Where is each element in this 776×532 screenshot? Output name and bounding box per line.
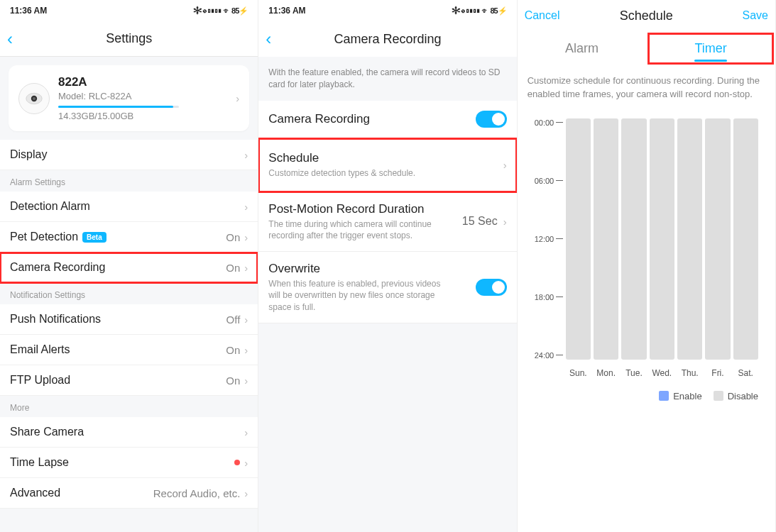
row-value: Off › [226,314,248,326]
camera-recording-toggle-row: Camera Recording [258,101,516,138]
row-label: Advanced [10,487,60,499]
status-time: 11:36 AM [10,6,47,16]
disable-swatch-icon [714,391,723,401]
enable-swatch-icon [659,391,669,401]
day-column-tue[interactable] [621,118,646,360]
storage-text: 14.33GB/15.00GB [58,111,227,121]
time-label: 06:00 [535,177,563,185]
setting-sub: Customize detection types & schedule. [268,167,415,179]
setting-sub: The time during which camera will contin… [268,218,446,241]
row-value: Record Audio, etc. › [153,487,248,499]
row-label: Push Notifications [10,313,101,326]
detection-alarm-row[interactable]: Detection Alarm › [0,192,258,222]
chevron-right-icon: › [244,201,248,213]
chevron-right-icon: › [244,487,248,499]
share-camera-row[interactable]: Share Camera › [0,417,258,448]
time-label: 00:00 [535,118,563,127]
tab-alarm[interactable]: Alarm [518,31,647,66]
post-motion-row[interactable]: Post-Motion Record Duration The time dur… [258,192,516,252]
chevron-right-icon: › [244,344,248,356]
page-title: Schedule [620,9,673,23]
email-alerts-row[interactable]: Email Alerts On › [0,335,258,365]
title-bar: ‹ Camera Recording [258,21,516,57]
push-notifications-row[interactable]: Push Notifications Off › [0,304,258,335]
time-label: 12:00 [535,235,563,243]
overwrite-row: Overwrite When this feature is enabled, … [258,252,516,323]
day-axis: Sun. Mon. Tue. Wed. Thu. Fri. Sat. [566,368,758,378]
setting-title: Camera Recording [268,112,370,126]
section-notification-settings: Notification Settings [0,283,258,304]
legend-enable: Enable [659,391,701,401]
schedule-description: Customize schedule for continuous record… [518,66,775,110]
chevron-right-icon: › [503,159,507,171]
time-label: 18:00 [535,293,563,301]
row-label: Camera Recording [10,261,105,274]
legend-disable: Disable [714,391,758,401]
ftp-upload-row[interactable]: FTP Upload On › [0,365,258,396]
schedule-screen: Cancel Schedule Save Alarm Timer Customi… [518,0,776,532]
camera-icon [18,83,50,114]
schedule-grid[interactable] [566,118,758,360]
day-label: Fri. [705,368,730,378]
setting-title: Overwrite [268,262,446,276]
pet-detection-row[interactable]: Pet Detection Beta On › [0,222,258,253]
row-value: On › [226,375,248,387]
chevron-right-icon: › [244,426,248,438]
day-column-wed[interactable] [650,118,674,360]
intro-text: With the feature enabled, the camera wil… [258,57,516,101]
row-label: Display [10,148,47,161]
row-value: On › [226,344,248,356]
schedule-row[interactable]: Schedule Customize detection types & sch… [258,138,516,192]
chevron-right-icon: › [503,216,507,228]
day-label: Wed. [650,368,674,378]
row-value: On › [226,262,248,274]
time-label: 24:00 [535,351,563,360]
day-label: Sun. [566,368,591,378]
tab-timer[interactable]: Timer [646,31,775,66]
title-bar: Cancel Schedule Save [518,0,775,31]
row-value: › [234,457,248,469]
status-time: 11:36 AM [268,6,305,16]
day-label: Thu. [677,368,702,378]
advanced-row[interactable]: Advanced Record Audio, etc. › [0,478,258,509]
display-row[interactable]: Display › [0,140,258,170]
day-column-sun[interactable] [566,118,591,360]
camera-recording-toggle[interactable] [476,111,507,128]
camera-recording-screen: 11:36 AM ✻ ⊘ ▯▮▯▮ ᯤ 85⚡ ‹ Camera Recordi… [258,0,517,532]
day-column-fri[interactable] [705,118,730,360]
notification-dot-icon [234,460,240,465]
camera-name: 822A [58,75,227,89]
overwrite-toggle[interactable] [476,279,507,296]
time-lapse-row[interactable]: Time Lapse › [0,448,258,478]
day-column-sat[interactable] [733,118,758,360]
section-alarm-settings: Alarm Settings [0,170,258,192]
chevron-right-icon: › [236,92,239,104]
schedule-tabs: Alarm Timer [518,31,775,66]
setting-title: Schedule [268,151,415,165]
status-icons: ✻ ⊘ ▯▮▯▮ ᯤ 85⚡ [194,6,248,16]
row-label: Pet Detection Beta [10,231,106,243]
legend: Enable Disable [535,391,758,401]
back-icon[interactable]: ‹ [266,31,271,48]
status-bar: 11:36 AM ✻ ⊘ ▯▮▯▮ ᯤ 85⚡ [258,0,516,21]
day-column-thu[interactable] [677,118,702,360]
title-bar: ‹ Settings [0,21,258,57]
cancel-button[interactable]: Cancel [525,9,560,22]
setting-title: Post-Motion Record Duration [268,202,446,216]
camera-recording-row[interactable]: Camera Recording On › [0,253,258,283]
chevron-right-icon: › [244,314,248,326]
day-column-mon[interactable] [594,118,618,360]
camera-card[interactable]: 822A Model: RLC-822A 14.33GB/15.00GB › [9,65,249,131]
chevron-right-icon: › [244,149,248,161]
back-icon[interactable]: ‹ [7,31,13,48]
save-button[interactable]: Save [743,9,768,22]
day-label: Mon. [594,368,618,378]
chevron-right-icon: › [244,231,248,243]
schedule-grid-card: 00:00 06:00 12:00 18:00 24:00 Sun. Mon. … [526,110,767,410]
chevron-right-icon: › [244,262,248,274]
row-label: Email Alerts [10,343,70,356]
page-title: Settings [106,31,152,46]
status-icons: ✻ ⊘ ▯▮▯▮ ᯤ 85⚡ [452,6,506,16]
setting-sub: When this feature is enabled, previous v… [268,278,446,313]
status-bar: 11:36 AM ✻ ⊘ ▯▮▯▮ ᯤ 85⚡ [0,0,258,21]
